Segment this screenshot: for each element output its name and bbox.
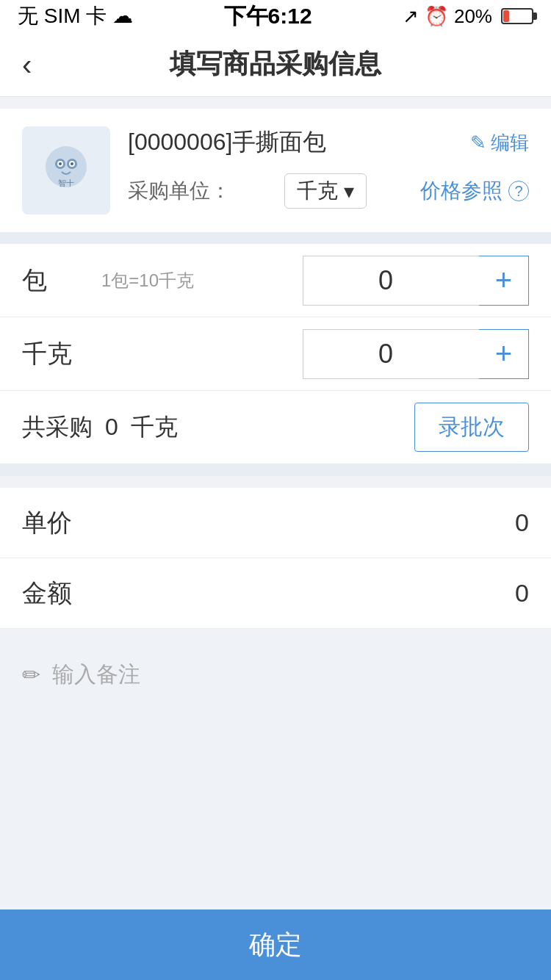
unit-price-value: 0 (515, 508, 529, 537)
battery-label: 20% (454, 5, 492, 28)
bag-plus-button[interactable]: + (479, 256, 529, 306)
pencil-icon: ✏ (22, 662, 40, 688)
svg-text:智十: 智十 (58, 179, 74, 187)
chevron-down-icon: ▾ (344, 179, 354, 203)
summary-row: 共采购 0 千克 录批次 (0, 391, 551, 464)
unit-value: 千克 (297, 177, 338, 205)
status-right: ↗ ⏰ 20% (403, 5, 533, 28)
summary-label: 共采购 (22, 414, 93, 440)
price-reference-button[interactable]: 价格参照 ? (420, 177, 529, 205)
confirm-button[interactable]: 确定 (0, 909, 551, 980)
batch-button[interactable]: 录批次 (414, 403, 529, 452)
battery-fill (503, 10, 509, 22)
summary-text: 共采购 0 千克 (22, 411, 178, 444)
battery-icon (501, 8, 533, 24)
bag-quantity-input[interactable] (303, 256, 479, 306)
product-card: 智十 [0000006]手撕面包 ✎ 编辑 采购单位： 千克 ▾ 价格参照 (0, 109, 551, 232)
section-divider-2 (0, 464, 551, 476)
svg-point-6 (71, 162, 73, 165)
unit-label: 采购单位： (128, 177, 231, 205)
svg-point-5 (59, 162, 62, 165)
input-section: 包 1包=10千克 + 千克 + 共采购 0 千克 录批次 (0, 244, 551, 464)
unit-price-label: 单价 (22, 506, 72, 540)
kg-input-right: + (303, 329, 529, 379)
summary-unit: 千克 (131, 414, 178, 440)
product-name: [0000006]手撕面包 (128, 126, 326, 159)
alarm-icon: ⏰ (425, 5, 448, 28)
bag-label: 包 (22, 264, 96, 298)
price-ref-label: 价格参照 (420, 177, 503, 205)
location-icon: ↗ (403, 5, 419, 28)
question-circle-icon: ? (508, 181, 529, 201)
status-bar: 无 SIM 卡 ☁ 下午6:12 ↗ ⏰ 20% (0, 0, 551, 32)
edit-button[interactable]: ✎ 编辑 (470, 130, 529, 156)
unit-row: 采购单位： 千克 ▾ 价格参照 ? (128, 173, 529, 209)
edit-icon: ✎ (470, 131, 486, 154)
bag-sub-label: 1包=10千克 (101, 269, 194, 292)
product-thumbnail: 智十 (22, 126, 110, 215)
unit-select[interactable]: 千克 ▾ (284, 173, 367, 209)
remark-section[interactable]: ✏ 输入备注 (0, 641, 551, 709)
edit-label: 编辑 (491, 130, 529, 156)
summary-qty: 0 (105, 414, 118, 440)
page: 无 SIM 卡 ☁ 下午6:12 ↗ ⏰ 20% ‹ 填写商品采购信息 (0, 0, 551, 980)
remark-placeholder: 输入备注 (52, 660, 140, 690)
page-title: 填写商品采购信息 (170, 46, 381, 82)
product-thumb-icon: 智十 (44, 145, 88, 197)
product-info: [0000006]手撕面包 ✎ 编辑 采购单位： 千克 ▾ 价格参照 ? (128, 126, 529, 209)
amount-value: 0 (515, 579, 529, 608)
status-time: 下午6:12 (224, 1, 312, 32)
unit-price-row: 单价 0 (0, 488, 551, 558)
bag-input-right: + (303, 256, 529, 306)
kg-label: 千克 (22, 337, 96, 371)
kg-plus-button[interactable]: + (479, 329, 529, 379)
nav-bar: ‹ 填写商品采购信息 (0, 32, 551, 97)
content-filler (0, 709, 551, 909)
amount-row: 金额 0 (0, 558, 551, 629)
kg-input-row: 千克 + (0, 317, 551, 391)
product-logo-svg: 智十 (44, 145, 88, 189)
bag-input-row: 包 1包=10千克 + (0, 244, 551, 317)
back-button[interactable]: ‹ (22, 50, 32, 79)
kg-quantity-input[interactable] (303, 329, 479, 379)
price-section: 单价 0 金额 0 (0, 488, 551, 629)
section-divider-1 (0, 232, 551, 244)
status-left: 无 SIM 卡 ☁ (18, 2, 133, 30)
amount-label: 金额 (22, 577, 72, 610)
no-sim-label: 无 SIM 卡 ☁ (18, 2, 133, 30)
product-name-row: [0000006]手撕面包 ✎ 编辑 (128, 126, 529, 159)
